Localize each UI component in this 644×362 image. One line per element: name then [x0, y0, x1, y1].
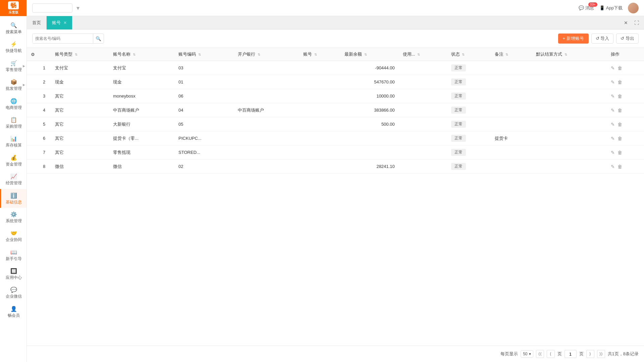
cell-bank — [234, 89, 299, 103]
cell-gear — [27, 160, 39, 174]
cell-action: ✎ 🗑 — [607, 145, 644, 160]
page-last-button[interactable]: ⟩⟩ — [597, 350, 605, 358]
edit-icon[interactable]: ✎ — [611, 94, 615, 99]
delete-icon[interactable]: 🗑 — [618, 108, 622, 113]
delete-icon[interactable]: 🗑 — [618, 65, 622, 71]
cell-action: ✎ 🗑 — [607, 75, 644, 89]
topbar-search-input[interactable] — [32, 3, 72, 13]
col-balance[interactable]: 最新余额 ⇅ — [340, 48, 398, 61]
page-of-label: 页 — [579, 351, 584, 357]
cell-default-settlement — [532, 131, 607, 145]
cell-bank — [234, 117, 299, 131]
col-status[interactable]: 状态 ⇅ — [447, 48, 491, 61]
sidebar-item-member[interactable]: 👤 畅会员 — [0, 302, 26, 321]
sidebar-item-finance[interactable]: 💰 资金管理 — [0, 151, 26, 170]
sidebar-item-inventory[interactable]: 📊 库存核算 — [0, 132, 26, 151]
sort-balance-icon: ⇅ — [364, 53, 367, 56]
sidebar-item-wechat[interactable]: 💬 企业微信 — [0, 283, 26, 302]
edit-icon[interactable]: ✎ — [611, 65, 615, 71]
col-default-settlement[interactable]: 默认结算方式 ⇅ — [532, 48, 607, 61]
topbar-dropdown-icon[interactable]: ▾ — [76, 4, 79, 12]
sidebar-icon-purchase: 📋 — [10, 117, 17, 123]
sidebar-item-wholesale[interactable]: 📦 批发管理 ▶ — [0, 75, 26, 94]
col-code[interactable]: 账号编码 ⇅ — [174, 48, 234, 61]
search-button[interactable]: 🔍 — [93, 34, 104, 44]
gear-icon: ⚙ — [31, 52, 35, 57]
tab-close-account[interactable]: ✕ — [63, 20, 67, 25]
sidebar-label-corp: 企业协同 — [6, 237, 22, 242]
cell-usage — [399, 131, 447, 145]
sidebar-item-corp[interactable]: 🤝 企业协同 — [0, 227, 26, 245]
cell-index: 2 — [39, 75, 51, 89]
sidebar-item-appCenter[interactable]: 🔲 应用中心 — [0, 264, 26, 283]
sidebar-item-ops[interactable]: 📈 经营管理 — [0, 170, 26, 189]
tab-expand-button[interactable]: ⛶ — [632, 18, 641, 27]
sidebar-icon-quick: ⚡ — [10, 41, 17, 47]
cell-default-settlement — [532, 117, 607, 131]
cell-remark: 提货卡 — [491, 131, 532, 145]
page-next-button[interactable]: ⟩ — [586, 350, 594, 358]
delete-icon[interactable]: 🗑 — [618, 122, 622, 127]
topbar-app-download[interactable]: 📱 App下载 — [599, 5, 623, 11]
sidebar-icon-wechat: 💬 — [10, 287, 17, 293]
edit-icon[interactable]: ✎ — [611, 164, 615, 169]
col-name[interactable]: 账号名称 ⇅ — [109, 48, 174, 61]
sidebar-item-newbie[interactable]: 📖 新手引导 — [0, 246, 26, 264]
edit-icon[interactable]: ✎ — [611, 136, 615, 141]
delete-icon[interactable]: 🗑 — [618, 150, 622, 155]
cell-balance: -90444.00 — [340, 61, 398, 75]
cell-default-settlement — [532, 89, 607, 103]
col-usage[interactable]: 使用... ⇅ — [399, 48, 447, 61]
col-type[interactable]: 账号类型 ⇅ — [51, 48, 109, 61]
page-input[interactable] — [565, 350, 577, 358]
col-gear[interactable]: ⚙ — [27, 48, 39, 61]
col-account[interactable]: 账号 ⇅ — [299, 48, 340, 61]
sidebar-label-retail: 零售管理 — [6, 67, 22, 72]
edit-icon[interactable]: ✎ — [611, 122, 615, 127]
edit-icon[interactable]: ✎ — [611, 108, 615, 113]
sidebar-label-wechat: 企业微信 — [6, 294, 22, 299]
cell-code: 05 — [174, 117, 234, 131]
sidebar-item-search[interactable]: 🔍 搜索菜单 — [0, 19, 26, 38]
import-button[interactable]: ↺ 导入 — [591, 34, 614, 44]
cell-index: 4 — [39, 103, 51, 117]
tab-close-all-button[interactable]: ✕ — [621, 18, 631, 27]
edit-icon[interactable]: ✎ — [611, 79, 615, 85]
sidebar-item-purchase[interactable]: 📋 采购管理 — [0, 113, 26, 132]
cell-status: 正常 — [447, 103, 491, 117]
col-remark[interactable]: 备注 ⇅ — [491, 48, 532, 61]
tab-label-home: 首页 — [32, 20, 41, 26]
page-first-button[interactable]: ⟨⟨ — [536, 350, 544, 358]
cell-bank — [234, 75, 299, 89]
pagination: 每页显示 50 ▾ ⟨⟨ ⟨ 页 页 ⟩ ⟩⟩ 共1页，8条记录 — [27, 346, 644, 362]
page-prev-button[interactable]: ⟨ — [547, 350, 555, 358]
cell-bank — [234, 145, 299, 160]
cell-status: 正常 — [447, 145, 491, 160]
sidebar-icon-basic: ℹ️ — [10, 192, 17, 199]
sidebar-item-basic[interactable]: ℹ️ 基础信息 — [0, 189, 26, 208]
tab-home[interactable]: 首页 — [27, 16, 47, 29]
cell-account — [299, 145, 340, 160]
topbar-message[interactable]: 💬 消息 99+ — [579, 5, 594, 11]
cell-status: 正常 — [447, 61, 491, 75]
sidebar-item-retail[interactable]: 🛒 零售管理 ▶ — [0, 57, 26, 75]
add-account-button[interactable]: + 新增账号 — [558, 34, 589, 44]
sidebar-item-ecom[interactable]: 🌐 电商管理 — [0, 95, 26, 113]
delete-icon[interactable]: 🗑 — [618, 79, 622, 85]
per-page-select[interactable]: 50 ▾ — [521, 350, 533, 358]
cell-default-settlement — [532, 160, 607, 174]
sidebar-icon-appCenter: 🔲 — [10, 268, 17, 274]
export-button[interactable]: ↺ 导出 — [616, 34, 639, 44]
delete-icon[interactable]: 🗑 — [618, 94, 622, 99]
sidebar-item-quick[interactable]: ⚡ 快捷导航 — [0, 38, 26, 56]
avatar[interactable] — [628, 3, 639, 13]
delete-icon[interactable]: 🗑 — [618, 164, 622, 169]
search-input[interactable] — [33, 34, 93, 43]
tab-account[interactable]: 账号✕ — [47, 16, 72, 29]
col-bank[interactable]: 开户银行 ⇅ — [234, 48, 299, 61]
edit-icon[interactable]: ✎ — [611, 150, 615, 155]
sidebar-arrow-wholesale: ▶ — [23, 83, 25, 86]
cell-code: PICKUPC... — [174, 131, 234, 145]
sidebar-item-system[interactable]: ⚙️ 系统管理 — [0, 208, 26, 227]
delete-icon[interactable]: 🗑 — [618, 136, 622, 141]
